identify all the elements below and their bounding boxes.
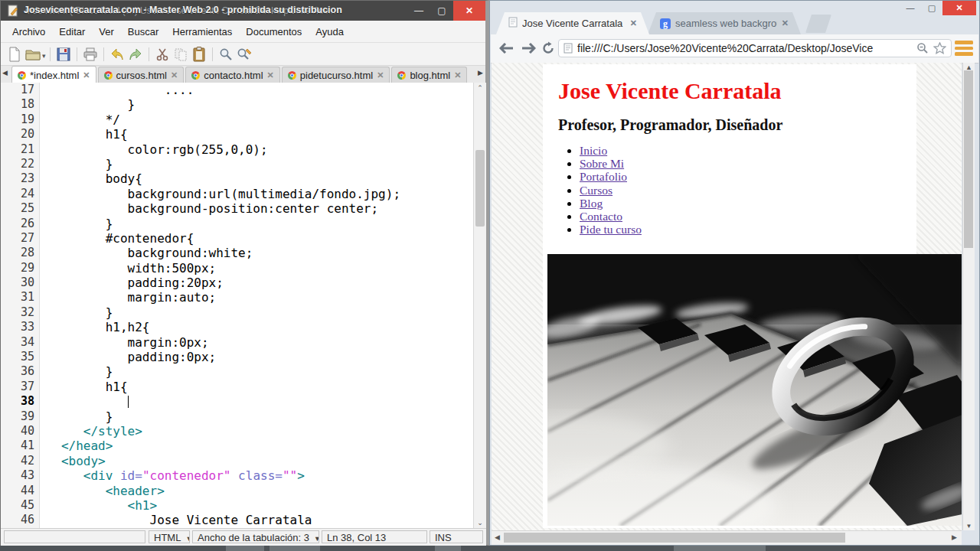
new-file-icon[interactable] [5,46,24,63]
open-dropdown-icon[interactable]: ▾ [42,47,46,61]
code-line[interactable]: 24 background:url(multimedia/fondo.jpg); [1,187,485,201]
menu-buscar[interactable]: Buscar [121,26,165,37]
code-line[interactable]: 20 h1{ [1,127,485,142]
code-line[interactable]: 28 background:white; [1,246,485,260]
browser-vscroll-thumb[interactable] [964,70,973,248]
minimize-button[interactable]: — [407,1,430,21]
code-line[interactable]: 25 background-position:center center; [1,201,485,216]
language-dropdown[interactable]: HTML▼ [149,530,190,543]
code-line[interactable]: 21 color:rgb(255,0,0); [1,142,485,157]
code-line[interactable]: 39 } [1,409,485,424]
code-line[interactable]: 29 width:500px; [1,261,485,276]
tab-close-icon[interactable]: ✕ [171,70,178,80]
browser-horizontal-scrollbar[interactable]: ◀ ▶ [492,530,962,545]
editor-tab-cursos.html[interactable]: cursos.html✕ [98,67,185,83]
nav-link-sobre-mi[interactable]: Sobre Mi [580,157,624,170]
bookmark-star-icon[interactable] [933,42,946,54]
tab-close-icon[interactable]: ✕ [83,70,90,80]
code-line[interactable]: 26 } [1,217,485,231]
tab-width-dropdown[interactable]: Ancho de la tabulación: 3▼ [192,530,319,543]
code-line[interactable]: 27 #contenedor{ [1,231,485,246]
code-line[interactable]: 33 h1,h2{ [1,320,485,334]
menu-ayuda[interactable]: Ayuda [309,26,351,37]
back-icon[interactable] [497,39,517,57]
browser-close-button[interactable]: ✕ [942,1,976,15]
browser-maximize-button[interactable]: ▢ [921,1,942,15]
maximize-button[interactable]: ▢ [430,1,453,21]
code-line[interactable]: 22 } [1,157,485,171]
menu-ver[interactable]: Ver [92,26,121,37]
browser-vertical-scrollbar[interactable]: ▲ ▼ [962,63,975,530]
editor-tab-contacto.html[interactable]: contacto.html✕ [185,67,280,83]
nav-link-portafolio[interactable]: Portafolio [580,170,627,183]
code-line[interactable]: 36 } [1,364,485,379]
menu-archivo[interactable]: Archivo [5,26,52,37]
menu-documentos[interactable]: Documentos [239,26,309,37]
tab-close-icon[interactable]: ✕ [267,70,274,80]
editor-tab-blog.html[interactable]: blog.html✕ [391,67,467,83]
nav-link-inicio[interactable]: Inicio [580,144,607,157]
scroll-up-icon[interactable]: ⌃ [474,84,486,92]
zoom-indicator-icon[interactable] [916,42,929,54]
editor-tab-index.html[interactable]: *index.html✕ [11,66,96,83]
redo-icon[interactable] [126,46,145,63]
code-line[interactable]: 34 margin:0px; [1,335,485,350]
new-tab-button[interactable] [805,15,831,33]
code-line[interactable]: 17 .... [1,83,485,97]
print-icon[interactable] [81,46,100,63]
browser-hscroll-thumb[interactable] [504,533,845,543]
url-text[interactable]: file:///C:/Users/Jose%20Vicente%20Carrat… [577,42,912,54]
undo-icon[interactable] [108,46,126,63]
editor-scroll-thumb[interactable] [475,150,485,227]
find-replace-icon[interactable] [235,46,253,63]
code-line[interactable]: 42 <body> [1,454,485,468]
code-line[interactable]: 23 body{ [1,171,485,186]
save-icon[interactable] [54,46,73,63]
code-line[interactable]: 41 </head> [1,439,485,453]
browser-tab[interactable]: gseamless web backgrounc✕ [648,12,801,34]
chrome-menu-icon[interactable] [955,41,973,56]
code-line[interactable]: 38 [1,394,485,409]
code-line[interactable]: 35 padding:0px; [1,350,485,364]
editor-vertical-scrollbar[interactable]: ⌃ ⌄ [473,83,486,528]
nav-link-pide-tu-curso[interactable]: Pide tu curso [580,223,642,236]
code-line[interactable]: 44 <header> [1,484,485,498]
nav-link-contacto[interactable]: Contacto [580,210,622,223]
find-icon[interactable] [217,46,235,63]
code-line[interactable]: 37 h1{ [1,380,485,394]
scroll-down-icon[interactable]: ⌄ [474,519,486,527]
nav-link-cursos[interactable]: Cursos [580,184,612,197]
code-line[interactable]: 32 } [1,305,485,320]
code-line[interactable]: 45 <h1> [1,498,485,513]
code-line[interactable]: 18 } [1,97,485,112]
nav-link-blog[interactable]: Blog [580,197,603,210]
paste-icon[interactable] [190,46,208,63]
tab-close-icon[interactable]: ✕ [454,70,461,80]
tab-close-icon[interactable]: ✕ [782,18,789,28]
reload-icon[interactable] [538,39,558,57]
menu-herramientas[interactable]: Herramientas [165,26,239,37]
tab-close-icon[interactable]: ✕ [630,18,637,28]
code-editor[interactable]: 17 ....18 }19 */20 h1{21 color:rgb(255,0… [1,83,485,528]
close-button[interactable]: ✕ [453,1,485,21]
code-line[interactable]: 43 <div id="contenedor" class=""> [1,468,485,483]
scroll-right-icon[interactable]: ▶ [952,533,957,541]
forward-icon[interactable] [518,39,538,57]
cut-icon[interactable] [153,46,172,63]
browser-tab[interactable]: Jose Vicente Carratala✕ [496,12,649,34]
code-line[interactable]: 46 Jose Vicente Carratala [1,513,485,527]
menu-editar[interactable]: Editar [52,26,92,37]
scroll-down-icon[interactable]: ▼ [963,523,975,530]
editor-tab-pidetucurso.html[interactable]: pidetucurso.html✕ [282,67,390,83]
browser-minimize-button[interactable]: — [900,1,921,15]
code-line[interactable]: 31 margin:auto; [1,290,485,305]
code-line[interactable]: 40 </style> [1,424,485,439]
copy-icon[interactable] [172,46,190,63]
editor-titlebar[interactable]: index.html (\Disco local (C:)\Users\Jose… [1,1,485,21]
tab-close-icon[interactable]: ✕ [377,70,384,80]
tab-scroll-left-icon[interactable]: ◀ [2,69,8,77]
code-line[interactable]: 19 */ [1,112,485,127]
code-line[interactable]: 30 padding:20px; [1,276,485,290]
address-bar[interactable]: file:///C:/Users/Jose%20Vicente%20Carrat… [558,39,952,57]
tab-scroll-right-icon[interactable]: ▶ [478,69,483,77]
